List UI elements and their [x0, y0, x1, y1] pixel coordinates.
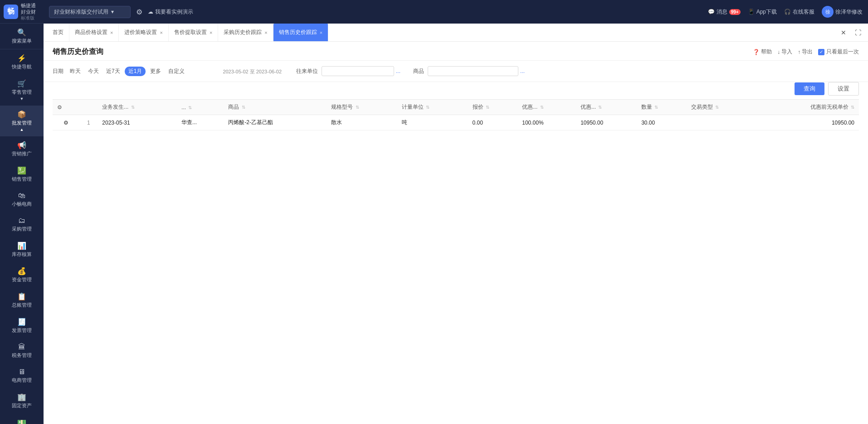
sidebar-item-wholesale[interactable]: 📦 批发管理 ▲ — [0, 106, 44, 136]
tab-sales-history[interactable]: 销售历史价跟踪 × — [273, 24, 328, 42]
sidebar-logo: 畅 畅捷通好业财 标准版 — [0, 0, 44, 24]
product-more-btn[interactable]: ... — [520, 68, 525, 74]
tab-price[interactable]: 商品价格设置 × — [69, 24, 119, 42]
row-spec: 散水 — [327, 115, 397, 130]
data-table: ⚙ 业务发生... ⇅ ... ⇅ 商品 ⇅ — [53, 99, 859, 130]
date-filter-options: 昨天 今天 近7天 近1月 更多 自定义 — [67, 67, 187, 76]
row-date: 2023-05-31 — [98, 115, 177, 130]
sidebar-item-inventory[interactable]: 📊 库存核算 — [0, 237, 44, 262]
col-extra[interactable]: ... ⇅ — [177, 100, 224, 115]
row-product: 丙烯酸-2-乙基己酯 — [224, 115, 327, 130]
sidebar: 畅 畅捷通好业财 标准版 🔍 搜索菜单 ⚡ 快捷导航 🛒 零售管理 ▼ 📦 批发… — [0, 0, 44, 424]
app-logo-text: 畅捷通好业财 标准版 — [21, 2, 40, 21]
date-filter-label: 日期 — [53, 67, 63, 75]
col-gear[interactable]: ⚙ — [53, 100, 79, 115]
tab-close-price-extract[interactable]: × — [210, 30, 212, 35]
row-extra: 华查... — [177, 115, 224, 130]
version-selector[interactable]: 好业财标准版交付试用 ▾ — [49, 6, 131, 18]
date-btn-more[interactable]: 更多 — [147, 67, 164, 76]
date-btn-custom[interactable]: 自定义 — [166, 67, 187, 76]
sidebar-item-tax[interactable]: 🏛 税务管理 — [0, 338, 44, 363]
sidebar-item-finance[interactable]: 💰 资金管理 — [0, 262, 44, 288]
headset-icon: 🎧 — [784, 9, 791, 15]
source-input[interactable] — [322, 66, 394, 76]
row-discount2: 10950.00 — [576, 115, 637, 130]
row-gear[interactable]: ⚙ — [53, 115, 79, 130]
page-title: 销售历史价查询 — [53, 47, 103, 57]
source-more-btn[interactable]: ... — [396, 68, 400, 74]
topbar-right: 💬 消息 99+ 📱 App下载 🎧 在线客服 徐 徐泽华修改 — [708, 6, 863, 18]
row-discount1: 100.00% — [517, 115, 576, 130]
source-input-wrap: ... — [322, 66, 400, 76]
tab-close-purchase-history[interactable]: × — [264, 30, 267, 35]
date-btn-last7[interactable]: 近7天 — [103, 67, 123, 76]
tabbar-actions: ✕ ⛶ — [837, 26, 864, 39]
app-logo-icon: 畅 — [4, 5, 18, 19]
version-selector-text: 好业财标准版交付试用 — [54, 8, 108, 16]
row-trans-type — [687, 115, 757, 130]
col-trans-type[interactable]: 交易类型 ⇅ — [687, 100, 757, 115]
query-button[interactable]: 查询 — [795, 82, 824, 95]
mobile-icon: 📱 — [748, 9, 755, 15]
sidebar-item-marketing[interactable]: 📢 营销推广 — [0, 136, 44, 162]
row-pre-tax-price: 10950.00 — [757, 115, 859, 130]
app-download-btn[interactable]: 📱 App下载 — [748, 8, 777, 16]
tab-close-sales-history[interactable]: × — [320, 30, 322, 35]
col-discount1[interactable]: 优惠... ⇅ — [517, 100, 576, 115]
date-btn-today[interactable]: 今天 — [85, 67, 102, 76]
main-area: 好业财标准版交付试用 ▾ ⚙ ☁ 我要看实例演示 💬 消息 99+ 📱 App下… — [44, 0, 868, 424]
col-num — [79, 100, 98, 115]
settings-button[interactable]: 设置 — [828, 82, 859, 96]
page-actions: ❓ 帮助 ↓ 导入 ↑ 导出 ✓ 只看最后一次 — [753, 48, 859, 56]
settings-icon[interactable]: ⚙ — [136, 8, 142, 16]
sidebar-search[interactable]: 🔍 搜索菜单 — [0, 24, 44, 49]
avatar: 徐 — [822, 6, 834, 18]
col-price[interactable]: 报价 ⇅ — [468, 100, 518, 115]
date-btn-last1m[interactable]: 近1月 — [125, 67, 146, 76]
only-last-checkbox[interactable]: ✓ 只看最后一次 — [818, 48, 859, 56]
page-container: 销售历史价查询 ❓ 帮助 ↓ 导入 ↑ 导出 ✓ 只看最后一次 — [44, 42, 868, 424]
online-service-btn[interactable]: 🎧 在线客服 — [784, 8, 814, 16]
sidebar-item-purchase[interactable]: 🗂 采购管理 — [0, 212, 44, 237]
col-unit[interactable]: 计量单位 ⇅ — [397, 100, 468, 115]
sidebar-item-ledger[interactable]: 📋 总账管理 — [0, 288, 44, 313]
close-tab-btn[interactable]: ✕ — [837, 26, 850, 39]
col-pre-tax-price[interactable]: 优惠前无税单价 ⇅ — [757, 100, 859, 115]
tab-price-extract[interactable]: 售价提取设置 × — [169, 24, 218, 42]
message-icon: 💬 — [708, 9, 715, 15]
sidebar-item-invoice[interactable]: 🧾 发票管理 — [0, 313, 44, 338]
col-qty[interactable]: 数量 ⇅ — [637, 100, 687, 115]
message-btn[interactable]: 💬 消息 99+ — [708, 8, 741, 16]
import-icon: ↓ — [777, 49, 780, 55]
sidebar-item-salary[interactable]: 💵 工资 — [0, 414, 44, 424]
tab-close-purchase-strategy[interactable]: × — [160, 30, 162, 35]
col-product[interactable]: 商品 ⇅ — [224, 100, 327, 115]
col-date[interactable]: 业务发生... ⇅ — [98, 100, 177, 115]
sidebar-item-quicknav[interactable]: ⚡ 快捷导航 — [0, 49, 44, 75]
action-row: 查询 设置 — [44, 82, 868, 99]
help-link[interactable]: ❓ 帮助 — [753, 48, 772, 56]
tab-close-price[interactable]: × — [110, 30, 113, 35]
export-link[interactable]: ↑ 导出 — [798, 48, 813, 56]
import-link[interactable]: ↓ 导入 — [777, 48, 792, 56]
tab-purchase-strategy[interactable]: 进价策略设置 × — [119, 24, 168, 42]
sidebar-item-retail[interactable]: 🛒 零售管理 ▼ — [0, 75, 44, 106]
sidebar-item-sales[interactable]: 💹 销售管理 — [0, 162, 44, 187]
row-num: 1 — [79, 115, 98, 130]
topbar: 好业财标准版交付试用 ▾ ⚙ ☁ 我要看实例演示 💬 消息 99+ 📱 App下… — [44, 0, 868, 24]
col-spec[interactable]: 规格型号 ⇅ — [327, 100, 397, 115]
sidebar-item-ecommerce-s[interactable]: 🛍 小畅电商 — [0, 187, 44, 212]
product-input-wrap: ... — [428, 66, 525, 76]
product-input[interactable] — [428, 66, 518, 76]
filter-row-source: 往来单位 ... 商品 ... — [296, 66, 525, 76]
demo-link[interactable]: ☁ 我要看实例演示 — [148, 8, 193, 16]
maximize-btn[interactable]: ⛶ — [852, 26, 864, 39]
message-badge: 99+ — [729, 9, 741, 15]
tab-purchase-history[interactable]: 采购历史价跟踪 × — [218, 24, 273, 42]
col-discount2[interactable]: 优惠... ⇅ — [576, 100, 637, 115]
tab-home[interactable]: 首页 — [47, 24, 69, 42]
sidebar-item-ecommerce[interactable]: 🖥 电商管理 — [0, 363, 44, 388]
date-btn-yesterday[interactable]: 昨天 — [67, 67, 83, 76]
sidebar-item-assets[interactable]: 🏢 固定资产 — [0, 388, 44, 414]
user-menu[interactable]: 徐 徐泽华修改 — [822, 6, 863, 18]
